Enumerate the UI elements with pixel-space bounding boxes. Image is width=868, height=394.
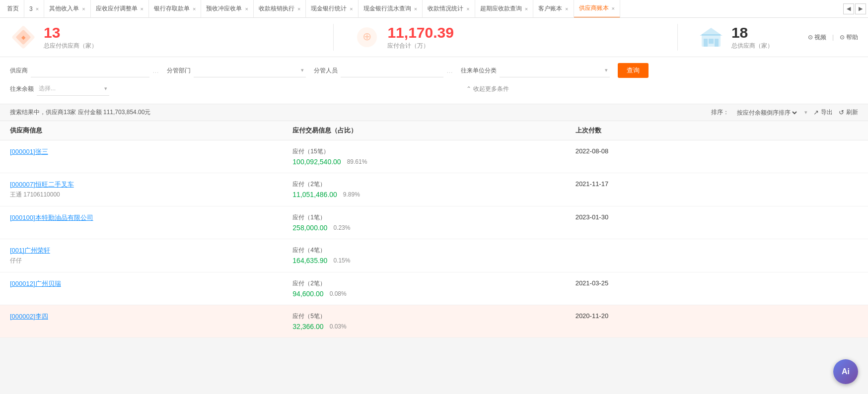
trans-type: 应付 <box>292 279 304 288</box>
nav-next-button[interactable]: ▶ <box>855 3 866 14</box>
filter-person-input[interactable] <box>341 64 443 77</box>
filter-balance-value: 选择... <box>39 84 56 93</box>
nav-tab-supplier-ledger[interactable]: 供应商账本 × <box>574 0 620 18</box>
close-icon[interactable]: × <box>350 6 353 12</box>
supplier-info-cell: [000001]张三 <box>10 147 292 156</box>
trans-count: （2笔） <box>304 279 326 288</box>
trans-count: （5笔） <box>304 312 326 321</box>
trans-amount-row: 164,635.90 0.15% <box>292 257 575 264</box>
export-button[interactable]: ↗ 导出 <box>813 108 833 117</box>
nav-tab-collection-exec[interactable]: 收款核销执行 × <box>254 0 306 18</box>
close-icon[interactable]: × <box>525 6 528 12</box>
video-circle-icon: ⊙ <box>808 34 813 41</box>
supplier-info-cell: [000100]本特勤油品有限公司 <box>10 213 292 222</box>
trans-amount[interactable]: 11,051,486.00 <box>292 191 337 198</box>
filter-dept-label: 分管部门 <box>167 66 191 75</box>
nav-tab-cash-bank-stat[interactable]: 现金银行统计 × <box>306 0 358 18</box>
filter-supplier-input[interactable] <box>31 64 149 77</box>
help-link[interactable]: ⊙ 帮助 <box>840 33 858 42</box>
svg-rect-8 <box>715 39 719 47</box>
trans-amount[interactable]: 32,366.00 <box>292 323 323 330</box>
close-icon[interactable]: × <box>141 6 144 12</box>
close-icon[interactable]: × <box>193 6 196 12</box>
nav-tab-customer-ledger[interactable]: 客户账本 × <box>533 0 574 18</box>
trans-type: 应付 <box>292 147 304 156</box>
close-icon[interactable]: × <box>565 6 568 12</box>
filter-supplier-label: 供应商 <box>10 66 28 75</box>
trans-amount-row: 258,000.00 0.23% <box>292 224 575 232</box>
chevron-down-icon: ▾ <box>301 67 304 73</box>
table-row: [000007]恒旺二手叉车 王通 17106110000 应付 （2笔） 11… <box>0 173 868 206</box>
close-icon[interactable]: × <box>297 6 300 12</box>
query-button[interactable]: 查询 <box>618 63 649 78</box>
video-link[interactable]: ⊙ 视频 <box>808 33 826 42</box>
results-bar: 搜索结果中，供应商13家 应付金额 111,703,854.00元 排序： 按应… <box>0 104 868 121</box>
supplier-name: 张三 <box>35 148 48 155</box>
collapse-more-button[interactable]: ⌃ 收起更多条件 <box>460 83 515 95</box>
supplier-name: 李四 <box>35 313 48 320</box>
stat-total-suppliers-number: 18 <box>731 24 773 41</box>
top-navigation: 首页 3 × 其他收入单 × 应收应付调整单 × 银行存取款单 × 预收冲应收单… <box>0 0 868 18</box>
supplier-link[interactable]: [000012]广州贝瑞 <box>10 280 61 287</box>
nav-arrows: ◀ ▶ <box>843 3 866 14</box>
stat-payable-suppliers-label: 总应付供应商（家） <box>44 42 97 50</box>
last-pay-cell: 2020-11-20 <box>576 312 858 320</box>
supplier-sub: 王通 17106110000 <box>10 191 292 199</box>
export-label: 导出 <box>821 108 833 117</box>
nav-prev-button[interactable]: ◀ <box>843 3 854 14</box>
trans-amount[interactable]: 94,600.00 <box>292 290 323 298</box>
nav-tab-collection-stat[interactable]: 收款情况统计 × <box>423 0 475 18</box>
nav-tab-3[interactable]: 3 × <box>24 0 44 18</box>
close-icon[interactable]: × <box>466 6 469 12</box>
filter-balance-dropdown[interactable]: 选择... ▾ <box>37 82 109 96</box>
supplier-link[interactable]: [000001]张三 <box>10 148 48 155</box>
supplier-info-cell: [001]广州荣轩 仔仔 <box>10 246 292 265</box>
supplier-more-icon[interactable]: … <box>152 67 159 74</box>
nav-tab-overdue-ar[interactable]: 超期应收款查询 × <box>475 0 533 18</box>
close-icon[interactable]: × <box>414 6 417 12</box>
trans-amount[interactable]: 258,000.00 <box>292 224 327 232</box>
supplier-link[interactable]: [000100]本特勤油品有限公司 <box>10 214 93 221</box>
supplier-link[interactable]: [000002]李四 <box>10 313 48 320</box>
filter-person-label: 分管人员 <box>314 66 338 75</box>
close-icon[interactable]: × <box>612 5 615 11</box>
nav-tab-overdue-ar-label: 超期应收款查询 <box>480 4 522 13</box>
last-pay-date: 2020-11-20 <box>576 312 609 320</box>
nav-tab-collection-exec-label: 收款核销执行 <box>259 4 294 13</box>
trans-pct: 0.08% <box>330 290 347 297</box>
filter-dept: 分管部门 ▾ <box>167 64 306 77</box>
nav-tab-prepay-offset[interactable]: 预收冲应收单 × <box>201 0 253 18</box>
filter-dept-dropdown[interactable]: ▾ <box>194 64 306 77</box>
trans-amount[interactable]: 100,092,540.00 <box>292 158 341 166</box>
svg-text:⊕: ⊕ <box>362 30 371 43</box>
supplier-link[interactable]: [000007]恒旺二手叉车 <box>10 181 74 188</box>
nav-tab-supplier-ledger-label: 供应商账本 <box>579 4 609 12</box>
nav-tab-cash-bank-flow[interactable]: 现金银行流水查询 × <box>359 0 423 18</box>
trans-amount[interactable]: 164,635.90 <box>292 257 327 264</box>
filter-category: 往来单位分类 ▾ <box>461 64 610 77</box>
refresh-button[interactable]: ↺ 刷新 <box>839 108 858 117</box>
nav-tab-bank-deposit[interactable]: 银行存取款单 × <box>149 0 201 18</box>
nav-tab-home[interactable]: 首页 <box>2 0 24 18</box>
supplier-name: 恒旺二手叉车 <box>35 181 74 188</box>
svg-rect-6 <box>704 39 708 47</box>
trans-amount-row: 94,600.00 0.08% <box>292 290 575 298</box>
nav-tab-other-income[interactable]: 其他收入单 × <box>44 0 90 18</box>
close-icon[interactable]: × <box>82 6 85 12</box>
sort-select[interactable]: 按应付余额倒序排序 <box>735 109 798 117</box>
person-more-icon[interactable]: … <box>446 67 453 74</box>
supplier-info-cell: [000012]广州贝瑞 <box>10 279 292 288</box>
collapse-more-label: 收起更多条件 <box>473 85 509 93</box>
supplier-link[interactable]: [001]广州荣轩 <box>10 247 50 254</box>
close-icon[interactable]: × <box>245 6 248 12</box>
main-table: 供应商信息 应付交易信息（占比） 上次付数 [000001]张三 应付 （15笔… <box>0 121 868 338</box>
filter-category-dropdown[interactable]: ▾ <box>500 64 610 77</box>
col-header-last-pay: 上次付数 <box>576 126 858 135</box>
stat-total-payable-info: 11,170.39 应付合计（万） <box>387 24 453 50</box>
close-icon[interactable]: × <box>36 6 39 12</box>
grain-icon: ⊕ <box>354 24 380 51</box>
last-pay-cell: 2021-11-17 <box>576 180 858 188</box>
chevron-down-icon: ▾ <box>104 85 107 92</box>
last-pay-date: 2021-03-25 <box>576 279 609 287</box>
nav-tab-ar-ap-adjust[interactable]: 应收应付调整单 × <box>91 0 149 18</box>
